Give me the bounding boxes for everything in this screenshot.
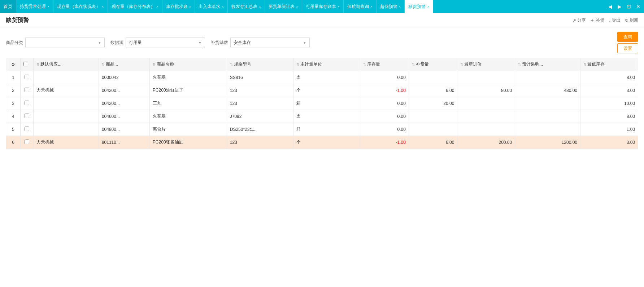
chevron-down-icon: ▼ [303,41,306,45]
close-tab-icon[interactable]: × [259,5,261,9]
cell-min-stock: 8.00 [580,71,638,84]
query-button[interactable]: 查询 [617,32,638,42]
settings-button[interactable]: 设置 [617,43,638,53]
replenish-icon: ＋ [590,17,595,23]
tab-home[interactable]: 首页 [0,0,16,13]
row-checkbox[interactable] [25,127,29,131]
cell-supplier [34,71,99,84]
close-tab-icon[interactable]: × [370,5,373,9]
restore-window-btn[interactable]: ⊡ [625,2,633,11]
close-tab-icon[interactable]: × [156,5,158,9]
cell-unit: 支 [293,71,360,84]
row-num: 5 [6,123,21,136]
tab-batch-account[interactable]: 库存批次账 × [162,0,195,13]
close-tab-icon[interactable]: × [102,5,104,9]
table-row: 3 004200... 三九 123 箱 0.00 20.00 10.00 [6,97,638,110]
cell-unit: 个 [293,84,360,97]
cell-product-name: PC200油缸缸子 [149,84,227,97]
row-checkbox-cell[interactable] [21,123,34,136]
cell-spec: 123 [227,136,293,149]
th-est-purchase[interactable]: ⇅ 预计采购... [515,58,580,71]
row-checkbox[interactable] [25,101,29,105]
tab-expiry-query[interactable]: 保质期查询 × [344,0,377,13]
cell-latest-price [457,123,515,136]
cell-latest-price [457,71,515,84]
replenish-basis-filter-group: 补货基数 安全库存 ▼ [211,37,310,48]
tab-inout-flow[interactable]: 出入库流水 × [195,0,228,13]
tab-current-stock-dist[interactable]: 现存量（库存分布表） × [108,0,162,13]
table-row: 6 力天机械 801110... PC200张紧油缸 123 个 -1.00 6… [6,136,638,149]
tab-receipt-summary[interactable]: 收发存汇总表 × [228,0,265,13]
refresh-icon: ↻ [625,18,628,23]
next-tab-btn[interactable]: ▶ [615,2,624,11]
th-latest-price[interactable]: ⇅ 最新进价 [457,58,515,71]
category-select[interactable]: ▼ [25,37,105,48]
replenish-basis-value: 安全库存 [234,40,251,46]
cell-min-stock: 10.00 [580,97,638,110]
tab-current-stock-status[interactable]: 现存量（库存状况表） × [53,0,108,13]
table-row: 1 0000042 火花塞 SS816 支 0.00 8.00 [6,71,638,84]
table-header-row: ⚙ ⇅ 默认供应... [6,58,638,71]
close-tab-icon[interactable]: × [47,5,49,9]
export-icon: ↓ [609,18,611,23]
cell-product-code: 004800... [99,123,149,136]
cell-supplier [34,97,99,110]
th-gear[interactable]: ⚙ [6,58,21,71]
nav-tabs: 首页 拣货异常处理 × 现存量（库存状况表） × 现存量（库存分布表） × 库存… [0,0,644,13]
close-tab-icon[interactable]: × [399,5,401,9]
filter-area: 商品分类 ▼ 数据源 可用量 ▼ 补货基数 安全库存 ▼ 查询 设置 [0,27,644,58]
cell-stock: -1.00 [360,84,409,97]
cell-supplier: 力天机械 [34,136,99,149]
replenish-action[interactable]: ＋ 补货 [590,17,604,23]
cell-min-stock: 3.00 [580,136,638,149]
sort-icon: ⇅ [36,62,39,66]
cell-est-purchase [515,123,580,136]
select-all-checkbox[interactable] [23,62,28,66]
row-checkbox[interactable] [25,75,29,79]
tab-demand-stats[interactable]: 要货单统计表 × [265,0,302,13]
datasource-select[interactable]: 可用量 ▼ [126,37,205,48]
refresh-action[interactable]: ↻ 刷新 [625,17,638,23]
cell-min-stock: 1.00 [580,123,638,136]
close-tab-icon[interactable]: × [427,5,429,9]
category-label: 商品分类 [6,40,23,46]
cell-product-code: 004200... [99,97,149,110]
close-window-btn[interactable]: ✕ [634,2,643,11]
replenish-basis-select[interactable]: 安全库存 ▼ [230,37,310,48]
th-product-name[interactable]: ⇅ 商品名称 [149,58,227,71]
row-checkbox-cell[interactable] [21,71,34,84]
table-row: 4 004600... 火花塞 J7092 支 0.00 8.00 [6,110,638,123]
close-tab-icon[interactable]: × [296,5,298,9]
datasource-label: 数据源 [110,40,123,46]
share-action[interactable]: ↗ 分享 [573,17,586,23]
th-spec[interactable]: ⇅ 规格型号 [227,58,293,71]
chevron-down-icon: ▼ [98,41,101,45]
row-checkbox[interactable] [25,88,29,92]
row-checkbox[interactable] [25,140,29,144]
th-unit[interactable]: ⇅ 主计量单位 [293,58,360,71]
th-supplier[interactable]: ⇅ 默认供应... [34,58,99,71]
cell-replenish [409,71,457,84]
close-tab-icon[interactable]: × [338,5,340,9]
tab-overstock-warning[interactable]: 超储预警 × [377,0,405,13]
cell-spec: J7092 [227,110,293,123]
row-checkbox-cell[interactable] [21,136,34,149]
row-checkbox-cell[interactable] [21,97,34,110]
th-stock[interactable]: ⇅ 库存量 [360,58,409,71]
row-checkbox[interactable] [25,114,29,118]
cell-replenish: 20.00 [409,97,457,110]
row-checkbox-cell[interactable] [21,110,34,123]
tab-available-ledger[interactable]: 可用量库存账本 × [302,0,344,13]
row-checkbox-cell[interactable] [21,84,34,97]
prev-tab-btn[interactable]: ◀ [606,2,614,11]
th-product-code[interactable]: ⇅ 商品... [99,58,149,71]
tab-picking-exception[interactable]: 拣货异常处理 × [16,0,53,13]
tab-shortage-warning[interactable]: 缺货预警 × [405,0,433,13]
th-min-stock[interactable]: ⇅ 最低库存 [580,58,638,71]
close-tab-icon[interactable]: × [189,5,191,9]
share-icon: ↗ [573,18,576,23]
th-replenish[interactable]: ⇅ 补货量 [409,58,457,71]
close-tab-icon[interactable]: × [222,5,224,9]
export-action[interactable]: ↓ 导出 [609,17,621,23]
cell-product-code: 004200... [99,84,149,97]
